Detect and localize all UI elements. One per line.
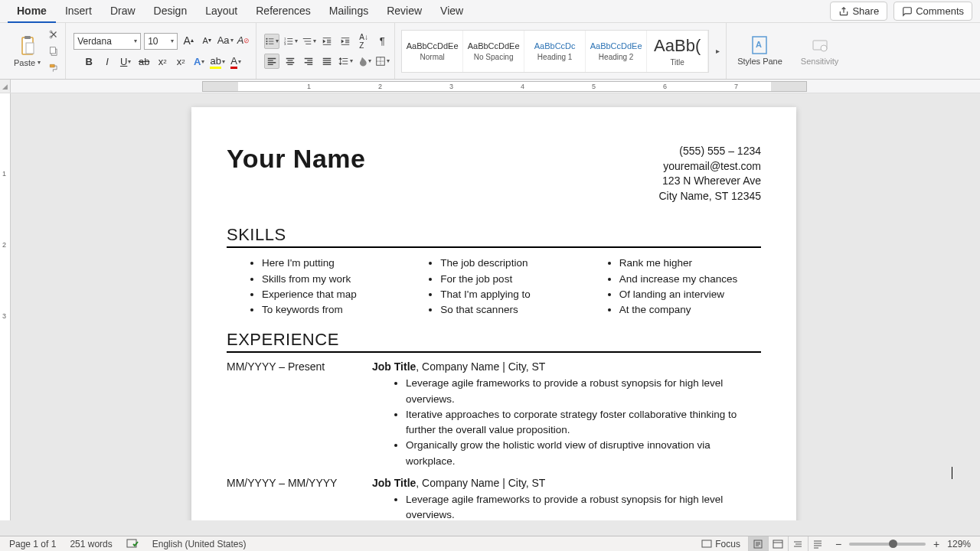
style-title[interactable]: AaBb(Title — [647, 31, 708, 72]
cut-button[interactable] — [47, 28, 60, 41]
vertical-ruler[interactable]: 1 2 3 — [0, 93, 11, 520]
show-marks-button[interactable]: ¶ — [374, 34, 390, 49]
tab-home[interactable]: Home — [8, 0, 56, 23]
spellcheck-icon[interactable] — [126, 539, 139, 549]
strikethrough-button[interactable]: ab — [136, 54, 152, 70]
skill-item[interactable]: Skills from my work — [262, 272, 403, 287]
share-button[interactable]: Share — [830, 2, 887, 21]
skill-item[interactable]: And increase my chances — [619, 272, 761, 287]
experience-bullet[interactable]: Iterative approaches to corporate strate… — [406, 407, 761, 439]
skill-item[interactable]: Here I'm putting — [262, 256, 403, 271]
numbering-button[interactable]: 123▾ — [283, 34, 298, 49]
contact-block[interactable]: (555) 555 – 1234 youremail@test.com 123 … — [658, 144, 761, 204]
experience-bullet[interactable]: Leverage agile frameworks to provide a r… — [406, 492, 761, 520]
print-layout-view-button[interactable] — [748, 536, 768, 552]
tab-references[interactable]: References — [247, 0, 320, 23]
increase-indent-button[interactable] — [338, 34, 353, 49]
status-language[interactable]: English (United States) — [152, 539, 247, 549]
bullets-button[interactable]: ▾ — [264, 34, 279, 49]
borders-button[interactable]: ▾ — [374, 54, 390, 69]
experience-dates: MM/YYYY – Present — [227, 360, 349, 469]
skills-columns[interactable]: Here I'm puttingSkills from my workExper… — [227, 256, 761, 318]
clear-formatting-button[interactable]: A⊘ — [236, 33, 251, 48]
experience-item[interactable]: MM/YYYY – PresentJob Title, Company Name… — [227, 360, 761, 469]
zoom-in-button[interactable]: + — [933, 538, 939, 550]
zoom-slider[interactable] — [849, 543, 926, 546]
grow-font-button[interactable]: A▴ — [181, 33, 196, 48]
zoom-level[interactable]: 129% — [947, 539, 971, 549]
focus-icon[interactable]: Focus — [701, 539, 740, 549]
change-case-button[interactable]: Aa▾ — [217, 33, 233, 48]
decrease-indent-button[interactable] — [319, 34, 335, 49]
line-spacing-button[interactable]: ▾ — [338, 54, 353, 69]
skills-heading[interactable]: SKILLS — [227, 225, 761, 245]
web-layout-view-button[interactable] — [768, 536, 788, 552]
styles-more-button[interactable]: ▸ — [712, 47, 723, 55]
skill-item[interactable]: For the job post — [440, 272, 582, 287]
experience-item[interactable]: MM/YYYY – MM/YYYYJob Title, Company Name… — [227, 477, 761, 520]
skill-item[interactable]: That I'm applying to — [440, 287, 582, 302]
skill-item[interactable]: At the company — [619, 302, 761, 318]
text-effects-button[interactable]: A▾ — [191, 54, 207, 70]
tab-layout[interactable]: Layout — [196, 0, 247, 23]
document-page[interactable]: Your Name (555) 555 – 1234 youremail@tes… — [191, 107, 796, 520]
skill-item[interactable]: Experience that map — [262, 287, 403, 302]
skill-item[interactable]: So that scanners — [440, 302, 582, 318]
superscript-button[interactable]: x2 — [173, 54, 188, 70]
paste-button[interactable]: Paste▾ — [11, 32, 44, 70]
font-name-select[interactable]: Verdana▾ — [74, 33, 141, 50]
experience-bullet[interactable]: Leverage agile frameworks to provide a r… — [406, 376, 761, 407]
contact-city: City Name, ST 12345 — [658, 189, 761, 204]
svg-point-9 — [266, 43, 268, 44]
styles-pane-button[interactable]: A Styles Pane — [730, 32, 790, 69]
multilevel-list-button[interactable]: ▾ — [301, 34, 316, 49]
skill-item[interactable]: Rank me higher — [619, 256, 761, 271]
tab-view[interactable]: View — [431, 0, 472, 23]
copy-button[interactable] — [47, 44, 60, 58]
resume-name[interactable]: Your Name — [227, 144, 365, 174]
skill-item[interactable]: Of landing an interview — [619, 287, 761, 302]
tabs-right: Share Comments — [830, 2, 972, 21]
underline-button[interactable]: U▾ — [118, 54, 133, 70]
style-normal[interactable]: AaBbCcDdEeNormal — [402, 31, 463, 72]
font-color-button[interactable]: A▾ — [228, 54, 243, 70]
style-heading-2[interactable]: AaBbCcDdEeHeading 2 — [586, 31, 647, 72]
svg-rect-2 — [26, 43, 34, 54]
subscript-button[interactable]: x2 — [155, 54, 170, 70]
status-page[interactable]: Page 1 of 1 — [9, 539, 56, 549]
tab-draw[interactable]: Draw — [101, 0, 145, 23]
shading-button[interactable]: ▾ — [356, 54, 371, 69]
highlight-button[interactable]: ab▾ — [210, 54, 225, 70]
tab-design[interactable]: Design — [145, 0, 197, 23]
align-right-button[interactable] — [301, 54, 316, 69]
experience-bullet[interactable]: Organically grow the holistic world view… — [406, 438, 761, 469]
shrink-font-button[interactable]: A▾ — [199, 33, 214, 48]
svg-point-7 — [266, 37, 268, 39]
justify-button[interactable] — [319, 54, 335, 69]
style-no-spacing[interactable]: AaBbCcDdEeNo Spacing — [463, 31, 524, 72]
draft-view-button[interactable] — [808, 536, 828, 552]
sort-button[interactable]: A↓Z — [356, 34, 371, 49]
format-painter-button[interactable] — [47, 61, 60, 75]
zoom-out-button[interactable]: − — [835, 538, 841, 550]
svg-text:3: 3 — [284, 42, 286, 46]
tab-mailings[interactable]: Mailings — [320, 0, 377, 23]
horizontal-ruler[interactable]: ◢ 1 2 3 4 5 6 7 — [0, 80, 980, 93]
tab-review[interactable]: Review — [377, 0, 431, 23]
status-words[interactable]: 251 words — [70, 539, 112, 549]
svg-rect-1 — [24, 36, 31, 39]
outline-view-button[interactable] — [788, 536, 808, 552]
font-size-select[interactable]: 10▾ — [144, 33, 178, 50]
skill-item[interactable]: To keywords from — [262, 302, 403, 318]
comments-button[interactable]: Comments — [893, 2, 972, 21]
bold-button[interactable]: B — [81, 54, 96, 70]
align-center-button[interactable] — [283, 54, 298, 69]
skill-item[interactable]: The job description — [440, 256, 582, 271]
styles-gallery[interactable]: AaBbCcDdEeNormalAaBbCcDdEeNo SpacingAaBb… — [401, 30, 709, 73]
experience-heading[interactable]: EXPERIENCE — [227, 330, 761, 350]
tab-insert[interactable]: Insert — [56, 0, 101, 23]
italic-button[interactable]: I — [100, 54, 115, 70]
align-left-button[interactable] — [264, 54, 279, 69]
style-heading-1[interactable]: AaBbCcDcHeading 1 — [524, 31, 586, 72]
sensitivity-button[interactable]: Sensitivity — [793, 34, 847, 69]
